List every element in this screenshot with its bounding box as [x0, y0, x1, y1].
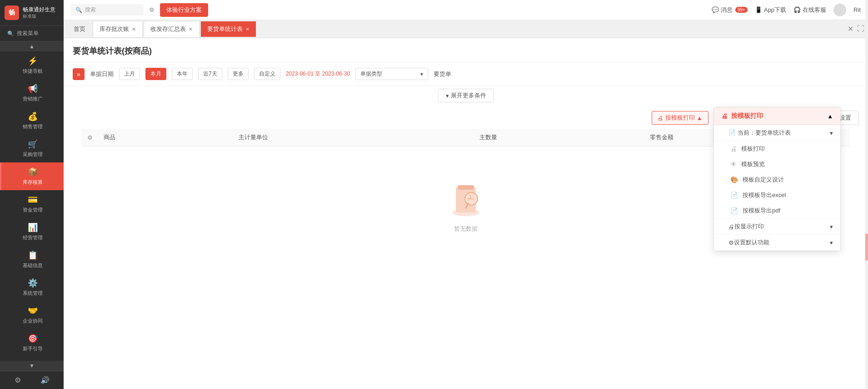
chevron-down-icon: ▾	[420, 71, 423, 77]
date-custom-btn[interactable]: 自定义	[254, 68, 280, 80]
page-title: 要货单统计表(按商品)	[64, 38, 868, 62]
message-label: 消息	[721, 6, 733, 14]
sidebar-item-sales[interactable]: 💰 销售管理	[0, 107, 64, 135]
date-range: 2023-06-01 至 2023-06-30	[286, 70, 350, 78]
item-label: 模板打印	[741, 145, 765, 153]
sidebar-item-purchase[interactable]: 🛒 采购管理	[0, 135, 64, 162]
dropdown-item-export-pdf[interactable]: 📄 按模板导出pdf	[714, 203, 840, 218]
chevron-up-icon: ▲	[697, 115, 703, 121]
filter-expand-row: ▾ 展开更多条件	[64, 86, 868, 107]
sidebar-item-collab[interactable]: 🤝 企业协同	[0, 301, 64, 329]
item-label: 模板自定义设计	[743, 176, 784, 184]
order-type-label: 单据类型	[360, 70, 382, 78]
tab-demand-stats[interactable]: 要货单统计表 ✕	[200, 21, 256, 37]
sidebar-item-label: 企业协同	[23, 318, 43, 324]
guide-icon: 🎯	[28, 333, 38, 344]
sidebar-item-label: 销售管理	[23, 123, 43, 130]
sidebar-item-label: 基础信息	[23, 262, 43, 269]
sidebar-item-finance[interactable]: 💳 资金管理	[0, 190, 64, 218]
empty-text: 暂无数据	[454, 225, 478, 233]
top-gear-icon[interactable]: ⚙	[149, 6, 155, 13]
tab-inout-summary[interactable]: 收发存汇总表 ✕	[144, 21, 200, 37]
dropdown-display-print[interactable]: 🖨 按显示打印 ▾	[714, 219, 840, 234]
current-label: 📄 当前：要货单统计表	[728, 129, 791, 137]
dropdown-chevron-up: ▲	[827, 113, 833, 120]
online-service-action[interactable]: 🎧 在线客服	[793, 6, 826, 14]
sidebar-item-guide[interactable]: 🎯 新手引导	[0, 329, 64, 357]
order-type-select[interactable]: 单据类型 ▾	[355, 68, 428, 80]
sidebar-item-system[interactable]: ⚙️ 系统管理	[0, 273, 64, 301]
svg-point-6	[470, 197, 471, 199]
tab-label: 库存批次账	[100, 25, 129, 33]
table-settings-icon[interactable]: ⚙	[87, 134, 93, 141]
sidebar-scroll-down[interactable]: ▼	[0, 361, 64, 371]
sidebar-scroll-up[interactable]: ▲	[0, 41, 64, 51]
top-bar-right: 💬 消息 99+ 📱 App下载 🎧 在线客服 Rit	[712, 4, 861, 16]
date-prev-month-btn[interactable]: 上月	[119, 68, 140, 80]
dropdown-item-template-print[interactable]: 🖨 模板打印	[714, 141, 840, 157]
dropdown-item-template-design[interactable]: 🎨 模板自定义设计	[714, 172, 840, 187]
dropdown-header[interactable]: 🖨 按模板打印 ▲	[714, 107, 840, 125]
avatar[interactable]	[833, 4, 846, 16]
date-current-year-btn[interactable]: 本年	[172, 68, 193, 80]
date-current-month-btn[interactable]: 本月	[145, 68, 166, 80]
display-print-icon: 🖨	[728, 223, 734, 230]
tab-home[interactable]: 首页	[67, 21, 92, 37]
message-badge: 99+	[735, 7, 748, 13]
app-download-action[interactable]: 📱 App下载	[755, 6, 786, 14]
dropdown-current-item[interactable]: 📄 当前：要货单统计表 ▾	[714, 125, 840, 141]
search-menu-label: 搜索菜单	[17, 30, 39, 37]
print-btn[interactable]: 🖨 按模板打印 ▲	[652, 111, 708, 125]
tab-close-icon[interactable]: ✕	[189, 26, 193, 32]
message-action[interactable]: 💬 消息 99+	[712, 6, 748, 14]
tab-inventory-batch[interactable]: 库存批次账 ✕	[93, 21, 143, 37]
headset-icon: 🎧	[793, 6, 801, 13]
expand-more-label: 展开更多条件	[451, 91, 486, 100]
sidebar: 畅 畅康通好生意 标准版 🔍 搜索菜单 ▲ ⚡ 快捷导航 📢 营销推广 💰 销售…	[0, 0, 64, 389]
tab-maximize-icon[interactable]: ⛶	[857, 25, 864, 33]
dropdown-item-export-excel[interactable]: 📄 按模板导出excel	[714, 187, 840, 203]
industry-btn[interactable]: 体验行业方案	[160, 3, 208, 17]
sidebar-toggle-btn[interactable]: »	[73, 68, 85, 80]
sidebar-item-operation[interactable]: 📊 经营管理	[0, 218, 64, 246]
sidebar-item-label: 资金管理	[23, 207, 43, 213]
logo-icon: 畅	[5, 5, 19, 20]
design-icon: 🎨	[730, 176, 738, 183]
default-icon: ⚙	[728, 239, 734, 246]
content-area: 要货单统计表(按商品) » 单据日期 上月 本月 本年 近7天 更多 自定义 2…	[64, 38, 868, 389]
tab-close-icon[interactable]: ✕	[132, 26, 136, 32]
scrollbar-thumb[interactable]	[865, 233, 868, 261]
sidebar-item-shortcut[interactable]: ⚡ 快捷导航	[0, 51, 64, 79]
sidebar-item-marketing[interactable]: 📢 营销推广	[0, 79, 64, 107]
settings-icon[interactable]: ⚙	[15, 376, 21, 384]
operation-icon: 📊	[28, 222, 38, 232]
svg-rect-2	[458, 185, 474, 190]
list-icon: 📄	[728, 129, 736, 136]
dropdown-item-template-preview[interactable]: 👁 模板预览	[714, 157, 840, 172]
expand-more-btn[interactable]: ▾ 展开更多条件	[438, 89, 494, 102]
chevron-down-icon: ▾	[830, 239, 833, 246]
print-label: 按模板打印	[665, 114, 695, 122]
sidebar-item-basic[interactable]: 📋 基础信息	[0, 246, 64, 273]
logo-sub: 标准版	[23, 13, 55, 20]
sidebar-nav: ⚡ 快捷导航 📢 营销推广 💰 销售管理 🛒 采购管理 📦 库存核算 💳 资金管…	[0, 51, 64, 361]
dropdown-section-items: 🖨 模板打印 👁 模板预览 🎨 模板自定义设计 📄 按模板导出excel	[714, 141, 840, 219]
sidebar-item-inventory[interactable]: 📦 库存核算	[0, 162, 64, 190]
volume-icon[interactable]: 🔊	[40, 376, 50, 384]
date-more-btn[interactable]: 更多	[228, 68, 249, 80]
dropdown-section-default: ⚙ 设置默认功能 ▾	[714, 235, 840, 251]
chevron-down-icon: ▾	[830, 223, 833, 230]
date-7days-btn[interactable]: 近7天	[198, 68, 222, 80]
main-area: 🔍 搜索 ⚙ 体验行业方案 💬 消息 99+ 📱 App下载 🎧 在线客服 Ri…	[64, 0, 868, 389]
set-default-label: 设置默认功能	[734, 238, 769, 247]
dropdown-set-default[interactable]: ⚙ 设置默认功能 ▾	[714, 235, 840, 250]
display-print-label: 按显示打印	[734, 222, 764, 231]
tab-close-window-icon[interactable]: ✕	[848, 25, 853, 33]
search-menu[interactable]: 🔍 搜索菜单	[0, 26, 64, 41]
chevron-down-icon: ▾	[446, 92, 449, 99]
tab-close-icon[interactable]: ✕	[245, 26, 249, 32]
top-search-box[interactable]: 🔍 搜索	[71, 4, 144, 15]
sidebar-item-appstore[interactable]: 🔔 应用中心	[0, 357, 64, 361]
filter-bar: » 单据日期 上月 本月 本年 近7天 更多 自定义 2023-06-01 至 …	[64, 62, 868, 86]
printer-small-icon: 🖨	[730, 145, 737, 152]
